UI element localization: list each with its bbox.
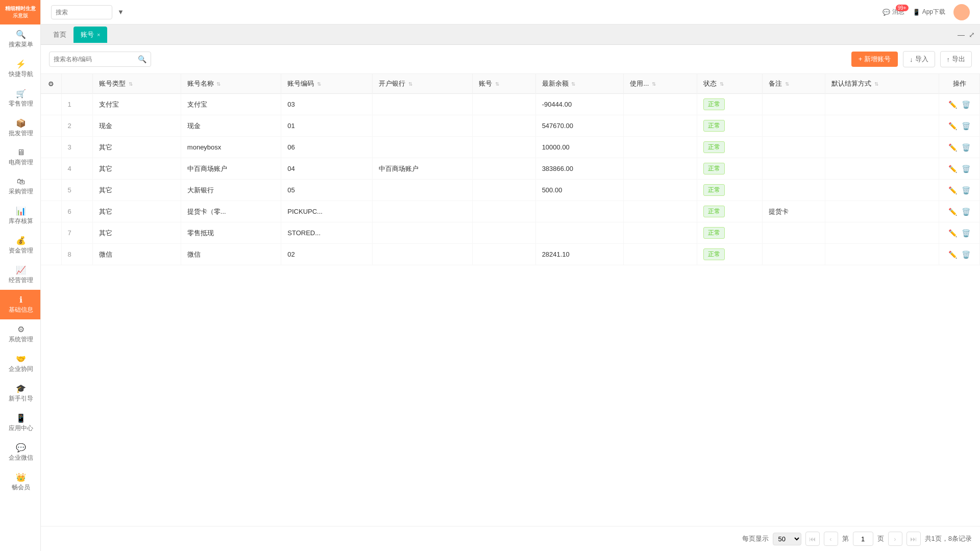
row-gear-2[interactable] [41, 137, 61, 158]
delete-icon-0[interactable]: 🗑️ [962, 101, 970, 109]
sidebar-item-7[interactable]: 💰资金管理 [0, 231, 40, 260]
sidebar-label-7: 资金管理 [9, 247, 33, 254]
first-page-button[interactable]: ⏮ [805, 532, 820, 546]
delete-icon-4[interactable]: 🗑️ [962, 186, 970, 194]
sidebar-item-0[interactable]: 🔍搜索菜单 [0, 24, 40, 54]
sidebar-item-1[interactable]: ⚡快捷导航 [0, 54, 40, 84]
col-balance[interactable]: 最新余额 ⇅ [535, 74, 624, 94]
pagination: 每页显示 50 20 100 ⏮ ‹ 第 页 › ⏭ 共1页，8条记录 [41, 526, 980, 551]
row-bank-1 [372, 115, 472, 137]
row-status-0: 正常 [697, 94, 763, 115]
app-download-label: App下载 [922, 8, 945, 16]
table-row: 3 其它 moneybosx 06 10000.00 正常 ✏️ 🗑️ [41, 137, 980, 158]
edit-icon-6[interactable]: ✏️ [948, 229, 957, 237]
header-dropdown[interactable]: ▼ [117, 8, 124, 16]
sidebar-item-10[interactable]: ⚙系统管理 [0, 319, 40, 349]
col-account[interactable]: 账号 ⇅ [473, 74, 535, 94]
delete-icon-7[interactable]: 🗑️ [962, 251, 970, 259]
add-account-button[interactable]: + 新增账号 [851, 52, 898, 67]
row-type-2: 其它 [92, 137, 181, 158]
delete-icon-5[interactable]: 🗑️ [962, 208, 970, 216]
import-button[interactable]: ↓ 导入 [903, 51, 935, 67]
message-button[interactable]: 💬 消息 99+ [883, 8, 904, 16]
sidebar-item-3[interactable]: 📦批发管理 [0, 113, 40, 143]
sidebar-item-15[interactable]: 👑畅会员 [0, 467, 40, 497]
prev-page-button[interactable]: ‹ [824, 532, 838, 546]
export-button[interactable]: ↑ 导出 [940, 51, 972, 67]
export-icon: ↑ [947, 56, 950, 63]
row-index-3: 4 [61, 158, 92, 180]
tab-expand-button[interactable]: ⤢ [969, 31, 975, 39]
sidebar-item-9[interactable]: ℹ基础信息 [0, 290, 40, 319]
row-gear-7[interactable] [41, 244, 61, 265]
edit-icon-7[interactable]: ✏️ [948, 251, 957, 259]
col-status[interactable]: 状态 ⇅ [697, 74, 763, 94]
row-gear-1[interactable] [41, 115, 61, 137]
tab-home[interactable]: 首页 [46, 27, 74, 43]
row-code-2: 06 [281, 137, 373, 158]
row-gear-6[interactable] [41, 222, 61, 244]
tab-minimize-button[interactable]: — [958, 31, 965, 39]
per-page-select[interactable]: 50 20 100 [773, 533, 801, 545]
search-input[interactable] [54, 56, 138, 63]
sidebar-label-1: 快捷导航 [9, 70, 33, 78]
row-settlement-6 [825, 222, 939, 244]
per-page-label: 每页显示 [742, 534, 769, 543]
row-account-4 [473, 180, 535, 201]
col-remark[interactable]: 备注 ⇅ [763, 74, 825, 94]
sidebar-item-8[interactable]: 📈经营管理 [0, 260, 40, 290]
edit-icon-2[interactable]: ✏️ [948, 143, 957, 152]
sidebar-label-11: 企业协同 [9, 365, 33, 372]
edit-icon-4[interactable]: ✏️ [948, 186, 957, 194]
col-code[interactable]: 账号编码 ⇅ [281, 74, 373, 94]
col-settings[interactable]: ⚙ [41, 74, 61, 94]
edit-icon-3[interactable]: ✏️ [948, 165, 957, 173]
sidebar-item-4[interactable]: 🖥电商管理 [0, 143, 40, 172]
col-name[interactable]: 账号名称 ⇅ [181, 74, 281, 94]
col-index [61, 74, 92, 94]
col-default-settlement[interactable]: 默认结算方式 ⇅ [825, 74, 939, 94]
delete-icon-2[interactable]: 🗑️ [962, 143, 970, 152]
sidebar-item-6[interactable]: 📊库存核算 [0, 201, 40, 231]
col-action: 操作 [939, 74, 980, 94]
next-page-button[interactable]: › [888, 532, 902, 546]
sidebar-item-11[interactable]: 🤝企业协同 [0, 349, 40, 379]
sidebar-label-0: 搜索菜单 [9, 41, 33, 48]
row-gear-3[interactable] [41, 158, 61, 180]
row-type-7: 微信 [92, 244, 181, 265]
col-type[interactable]: 账号类型 ⇅ [92, 74, 181, 94]
sidebar-label-8: 经营管理 [9, 277, 33, 284]
tab-close-icon[interactable]: × [97, 32, 100, 38]
sidebar-item-12[interactable]: 🎓新手引导 [0, 379, 40, 408]
header-search-input[interactable] [51, 5, 112, 19]
row-gear-5[interactable] [41, 201, 61, 222]
sidebar-item-5[interactable]: 🛍采购管理 [0, 172, 40, 201]
table-wrapper: ⚙ 账号类型 ⇅ 账号名称 ⇅ 账号编码 ⇅ 开户银行 ⇅ 账号 ⇅ 最新余额 … [41, 74, 980, 526]
sidebar-item-13[interactable]: 📱应用中心 [0, 408, 40, 438]
row-type-0: 支付宝 [92, 94, 181, 115]
sidebar-icon-0: 🔍 [4, 30, 38, 39]
col-bank[interactable]: 开户银行 ⇅ [372, 74, 472, 94]
row-gear-0[interactable] [41, 94, 61, 115]
app-download-button[interactable]: 📱 App下载 [913, 8, 945, 16]
sidebar-label-15: 畅会员 [12, 484, 30, 491]
sidebar-icon-15: 👑 [4, 472, 38, 482]
delete-icon-6[interactable]: 🗑️ [962, 229, 970, 237]
delete-icon-1[interactable]: 🗑️ [962, 122, 970, 130]
edit-icon-1[interactable]: ✏️ [948, 122, 957, 130]
page-input[interactable] [853, 532, 873, 546]
table-row: 5 其它 大新银行 05 500.00 正常 ✏️ 🗑️ [41, 180, 980, 201]
row-index-5: 6 [61, 201, 92, 222]
col-usage[interactable]: 使用... ⇅ [624, 74, 697, 94]
edit-icon-5[interactable]: ✏️ [948, 208, 957, 216]
row-bank-0 [372, 94, 472, 115]
delete-icon-3[interactable]: 🗑️ [962, 165, 970, 173]
row-action-7: ✏️ 🗑️ [939, 244, 980, 265]
last-page-button[interactable]: ⏭ [906, 532, 921, 546]
sidebar-item-14[interactable]: 💬企业微信 [0, 438, 40, 467]
sidebar-item-2[interactable]: 🛒零售管理 [0, 84, 40, 113]
avatar[interactable] [953, 4, 970, 20]
edit-icon-0[interactable]: ✏️ [948, 101, 957, 109]
tab-account[interactable]: 账号 × [74, 27, 107, 43]
row-gear-4[interactable] [41, 180, 61, 201]
